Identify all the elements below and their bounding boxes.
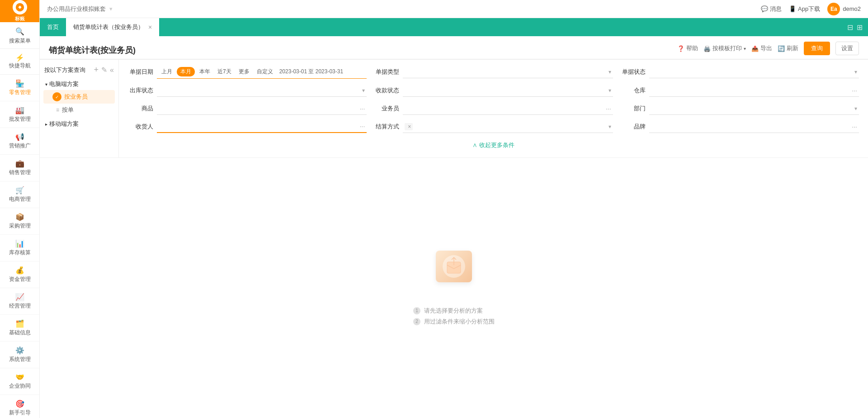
department-label: 部门 — [620, 104, 646, 113]
doctype-control[interactable]: ▾ — [403, 66, 613, 78]
date-tab-last-month[interactable]: 上月 — [159, 67, 175, 76]
app-download-btn[interactable]: 📱 App下载 — [789, 5, 820, 13]
print-btn[interactable]: 🖨️ 按模板打印 ▾ — [703, 44, 746, 52]
date-tab-this-year[interactable]: 本年 — [197, 67, 213, 76]
message-btn[interactable]: 💬 消息 — [761, 5, 782, 13]
collapse-label: 收起更多条件 — [479, 142, 514, 148]
edit-scheme-btn[interactable]: ✎ — [101, 66, 107, 74]
sidebar-item-enterprise[interactable]: 🤝 企业协同 — [0, 368, 39, 395]
filter-row-3: 商品 ··· 业务员 ··· 部门 ▾ — [128, 102, 859, 115]
department-control[interactable]: ▾ — [649, 102, 859, 115]
empty-line-1: 1 请先选择要分析的方案 — [413, 307, 495, 315]
sidebar-item-wholesale[interactable]: 🏭 批发管理 — [0, 101, 39, 128]
sidebar-item-inventory[interactable]: 📊 库存核算 — [0, 235, 39, 261]
settlement-clear-tag: × — [405, 123, 413, 130]
salesperson-control[interactable]: ··· — [403, 102, 613, 115]
active-tab-label: 销货单统计表（按业务员） — [73, 23, 144, 31]
operations-label: 经营管理 — [9, 302, 31, 310]
filter-row-1: 单据日期 上月 本月 本年 近7天 更多 自定义 2023-03-01 至 20… — [128, 65, 859, 79]
user-section[interactable]: Ea demo2 — [827, 3, 861, 15]
panel-icons: + ✎ « — [94, 65, 114, 75]
tab-close-btn[interactable]: × — [148, 24, 152, 31]
finance-label: 资金管理 — [9, 276, 31, 283]
brand-control[interactable]: ··· — [649, 120, 859, 133]
goods-control[interactable]: ··· — [157, 102, 367, 115]
warehouse-label: 仓库 — [620, 86, 646, 95]
filter-row-2: 出库状态 ▾ 收款状态 ▾ 仓库 ··· — [128, 84, 859, 97]
collapse-panel-btn[interactable]: « — [110, 66, 114, 74]
tab-minimize-btn[interactable]: ⊟ — [847, 23, 853, 32]
date-tab-more[interactable]: 更多 — [236, 67, 252, 76]
help-btn[interactable]: ❓ 帮助 — [677, 44, 698, 52]
sidebar-item-operations[interactable]: 📈 经营管理 — [0, 288, 39, 315]
sidebar-item-marketing[interactable]: 📢 营销推广 — [0, 128, 39, 155]
filter-date-item: 单据日期 上月 本月 本年 近7天 更多 自定义 2023-03-01 至 20… — [128, 65, 367, 79]
export-btn[interactable]: 📤 导出 — [751, 44, 772, 52]
date-tab-custom[interactable]: 自定义 — [254, 67, 276, 76]
mobile-expand-icon: ▸ — [45, 122, 47, 127]
sidebar-item-newbie[interactable]: 🎯 新手引导 — [0, 395, 39, 418]
goods-dots-icon: ··· — [360, 105, 365, 112]
sidebar-item-basic[interactable]: 🗂️ 基础信息 — [0, 315, 39, 342]
help-icon: ❓ — [677, 45, 684, 52]
tab-sales-stat[interactable]: 销货单统计表（按业务员） × — [66, 18, 159, 36]
filter-settlement-item: 结算方式 × ▾ — [374, 120, 613, 133]
tab-maximize-btn[interactable]: ⊞ — [857, 23, 863, 32]
page-header-actions: ❓ 帮助 🖨️ 按模板打印 ▾ 📤 导出 🔄 刷新 查询 设置 — [677, 42, 859, 59]
settlement-control[interactable]: × ▾ — [403, 120, 613, 133]
inventory-label: 库存核算 — [9, 249, 31, 256]
purchase-label: 采购管理 — [9, 222, 31, 230]
user-avatar: Ea — [827, 3, 840, 15]
warehouse-control[interactable]: ··· — [649, 84, 859, 97]
query-button[interactable]: 查询 — [804, 42, 830, 55]
settlement-label: 结算方式 — [374, 123, 399, 131]
collection-arrow-icon: ▾ — [609, 87, 611, 94]
scheme-item-by-doc[interactable]: ≡ 按单 — [43, 104, 115, 116]
consignee-control[interactable]: ··· — [157, 120, 367, 133]
sidebar-quick-nav[interactable]: ⚡ 快捷导航 — [0, 49, 39, 75]
docstatus-arrow-icon: ▾ — [854, 69, 857, 75]
desktop-scheme-header[interactable]: ▾ 电脑端方案 — [43, 78, 115, 90]
outstatus-control[interactable]: ▾ — [157, 84, 367, 97]
sidebar-item-finance[interactable]: 💰 资金管理 — [0, 261, 39, 288]
salesperson-label: 业务员 — [374, 104, 399, 113]
date-range-text: 2023-03-01 至 2023-03-31 — [279, 68, 343, 76]
collection-control[interactable]: ▾ — [403, 84, 613, 97]
collapse-filters-btn[interactable]: ∧ 收起更多条件 — [128, 138, 859, 152]
active-scheme-label: 按业务员 — [64, 93, 88, 101]
filter-collection-item: 收款状态 ▾ — [374, 84, 613, 97]
sidebar-item-system[interactable]: ⚙️ 系统管理 — [0, 342, 39, 368]
consignee-label: 收货人 — [128, 123, 153, 131]
mobile-scheme-group: ▸ 移动端方案 — [40, 118, 118, 130]
date-range-control[interactable]: 上月 本月 本年 近7天 更多 自定义 2023-03-01 至 2023-03… — [157, 65, 367, 79]
download-icon: 📱 — [789, 5, 796, 12]
refresh-label: 刷新 — [787, 44, 798, 52]
search-icon: 🔍 — [15, 27, 24, 36]
desktop-expand-icon: ▾ — [45, 82, 47, 87]
date-tab-7days[interactable]: 近7天 — [215, 67, 234, 76]
date-tab-this-month[interactable]: 本月 — [177, 67, 195, 76]
outstatus-arrow-icon: ▾ — [362, 87, 365, 94]
newbie-icon: 🎯 — [15, 399, 24, 408]
logo-icon — [13, 0, 27, 14]
sidebar-item-ecommerce[interactable]: 🛒 电商管理 — [0, 181, 39, 208]
sidebar-item-purchase[interactable]: 📦 采购管理 — [0, 208, 39, 235]
mobile-scheme-header[interactable]: ▸ 移动端方案 — [43, 118, 115, 130]
settlement-arrow-icon: ▾ — [609, 124, 611, 130]
refresh-btn[interactable]: 🔄 刷新 — [778, 44, 798, 52]
logo-text: 标账 — [15, 15, 25, 22]
docstatus-control[interactable]: ▾ — [649, 66, 859, 78]
export-label: 导出 — [760, 44, 772, 52]
sidebar-search[interactable]: 🔍 搜索菜单 — [0, 22, 39, 49]
empty-num-1: 1 — [413, 307, 420, 314]
settlement-clear-btn[interactable]: × — [408, 124, 411, 130]
tab-home[interactable]: 首页 — [40, 18, 66, 36]
sidebar-item-retail[interactable]: 🏪 零售管理 — [0, 75, 39, 101]
settings-button[interactable]: 设置 — [835, 42, 859, 55]
print-arrow-icon: ▾ — [744, 46, 746, 51]
consignee-dots-icon: ··· — [360, 123, 365, 130]
add-scheme-btn[interactable]: + — [94, 65, 99, 75]
refresh-icon: 🔄 — [778, 45, 785, 52]
scheme-item-salesperson[interactable]: ✓ 按业务员 — [43, 90, 115, 104]
sidebar-item-sales[interactable]: 💼 销售管理 — [0, 155, 39, 181]
